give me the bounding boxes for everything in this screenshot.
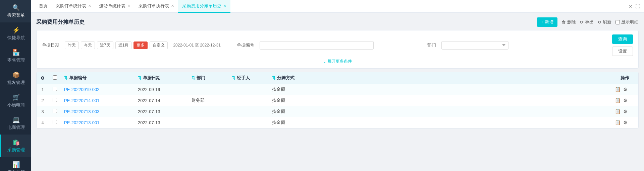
col-handler-label: 经手人 xyxy=(237,75,250,80)
col-handler: ⇅ 经手人 xyxy=(228,72,269,84)
table-head: ⚙ ⇅ 单据编号 ⇅ 单据日期 ⇅ 部门 xyxy=(37,72,638,84)
sidebar: 🔍 搜索菜单 ⚡ 快捷导航 🏪 零售管理 📦 批发管理 🛒 小畅电商 💻 电商管… xyxy=(0,0,31,171)
col-doc-no-sort-icon[interactable]: ⇅ xyxy=(64,75,68,80)
doc-no-link[interactable]: PE-20220714-001 xyxy=(64,98,100,103)
row-edit-icon[interactable]: 📋 xyxy=(615,120,621,125)
tab-inbound-stats-close[interactable]: ✕ xyxy=(127,4,130,8)
row-select-checkbox[interactable] xyxy=(53,98,57,102)
date-btn-more[interactable]: 更多 xyxy=(133,41,148,49)
sidebar-item-label: 批发管理 xyxy=(7,80,25,85)
col-date-label: 单据日期 xyxy=(143,75,160,80)
date-btn-7days[interactable]: 近7天 xyxy=(97,41,113,49)
row-checkbox[interactable] xyxy=(49,84,61,95)
row-select-checkbox[interactable] xyxy=(53,109,57,113)
show-cols-toggle[interactable]: 显示明细 xyxy=(615,19,639,25)
row-checkbox[interactable] xyxy=(49,117,61,128)
row-doc-no: PE-20220713-003 xyxy=(61,106,135,117)
sidebar-item-search[interactable]: 🔍 搜索菜单 xyxy=(0,0,31,22)
col-dept-label: 部门 xyxy=(197,75,205,80)
doc-no-input[interactable] xyxy=(260,41,374,50)
refresh-label: 刷新 xyxy=(603,19,611,25)
data-table-wrap: ⚙ ⇅ 单据编号 ⇅ 单据日期 ⇅ 部门 xyxy=(36,72,639,129)
filter-row-1: 单据日期 昨天 今天 近7天 近1月 更多 自定义 2022-01-01 至 2… xyxy=(42,34,633,56)
doc-no-link[interactable]: PE-20220713-003 xyxy=(64,109,100,114)
row-handler xyxy=(228,117,269,128)
row-method: 按金额 xyxy=(269,106,611,117)
row-select-checkbox[interactable] xyxy=(53,120,57,124)
row-more-icon[interactable]: ⚙ xyxy=(623,98,628,103)
col-settings-icon[interactable]: ⚙ xyxy=(37,72,49,84)
doc-no-link[interactable]: PE-20220713-001 xyxy=(64,120,100,125)
settings-button[interactable]: 设置 xyxy=(612,47,633,56)
query-button[interactable]: 查询 xyxy=(612,34,633,44)
table-row: 1 PE-20220919-002 2022-09-19 按金额 📋 ⚙ xyxy=(37,84,638,95)
row-more-icon[interactable]: ⚙ xyxy=(623,120,628,125)
tab-home[interactable]: 首页 xyxy=(35,0,52,13)
row-handler xyxy=(228,95,269,106)
tab-purchase-order-exec[interactable]: 采购订单执行表 ✕ xyxy=(135,0,178,13)
date-btn-yesterday[interactable]: 昨天 xyxy=(65,41,79,49)
sidebar-item-wholesale[interactable]: 📦 批发管理 xyxy=(0,67,31,90)
row-num: 2 xyxy=(37,95,49,106)
export-button[interactable]: ⟳ 导出 xyxy=(580,19,594,25)
row-checkbox[interactable] xyxy=(49,95,61,106)
refresh-icon: ↻ xyxy=(598,20,601,25)
sidebar-item-ecomm[interactable]: 💻 电商管理 xyxy=(0,112,31,135)
row-checkbox[interactable] xyxy=(49,106,61,117)
add-button[interactable]: + 新增 xyxy=(537,17,557,27)
tab-purchase-cost-history[interactable]: 采购费用分摊单历史 ✕ xyxy=(178,0,230,13)
tab-purchase-cost-history-close[interactable]: ✕ xyxy=(223,4,226,8)
sidebar-item-label: 电商管理 xyxy=(7,125,25,130)
refresh-button[interactable]: ↻ 刷新 xyxy=(598,19,611,25)
row-date: 2022-07-13 xyxy=(135,117,188,128)
data-table: ⚙ ⇅ 单据编号 ⇅ 单据日期 ⇅ 部门 xyxy=(37,72,638,128)
row-num: 4 xyxy=(37,117,49,128)
col-handler-sort-icon[interactable]: ⇅ xyxy=(232,75,235,80)
row-num: 1 xyxy=(37,84,49,95)
row-edit-icon[interactable]: 📋 xyxy=(615,109,621,114)
col-dept-sort-icon[interactable]: ⇅ xyxy=(192,75,195,80)
row-doc-no: PE-20220919-002 xyxy=(61,84,135,95)
table-row: 2 PE-20220714-001 2022-07-14 财务部 按金额 📋 ⚙ xyxy=(37,95,638,106)
sidebar-item-label: 采购管理 xyxy=(7,147,25,152)
tab-home-label: 首页 xyxy=(39,3,48,9)
dept-select[interactable]: 财务部 xyxy=(441,41,508,50)
sidebar-item-retail[interactable]: 🏪 零售管理 xyxy=(0,45,31,67)
col-checkbox-header[interactable] xyxy=(49,72,61,84)
table-header-row: ⚙ ⇅ 单据编号 ⇅ 单据日期 ⇅ 部门 xyxy=(37,72,638,84)
date-btn-1month[interactable]: 近1月 xyxy=(115,41,132,49)
fullscreen-icon[interactable]: ⛶ xyxy=(635,4,640,9)
tab-purchase-order-stats-close[interactable]: ✕ xyxy=(88,4,91,8)
sidebar-item-purchase[interactable]: 🛍️ 采购管理 xyxy=(0,135,31,157)
expand-icon: ⌄ xyxy=(323,59,326,64)
select-all-checkbox[interactable] xyxy=(53,75,57,80)
delete-icon: 🗑 xyxy=(561,20,566,25)
wholesale-icon: 📦 xyxy=(1,71,31,79)
close-all-tabs-icon[interactable]: ✕ xyxy=(629,4,633,9)
sidebar-item-quicknav[interactable]: ⚡ 快捷导航 xyxy=(0,22,31,45)
date-filter-btns: 昨天 今天 近7天 近1月 更多 自定义 xyxy=(65,41,168,49)
col-method-label: 分摊方式 xyxy=(277,75,294,80)
row-select-checkbox[interactable] xyxy=(53,87,57,91)
sidebar-item-inventory[interactable]: 📊 库存核算 xyxy=(0,157,31,171)
tab-purchase-order-exec-label: 采购订单执行表 xyxy=(139,3,169,9)
row-edit-icon[interactable]: 📋 xyxy=(615,87,621,92)
row-edit-icon[interactable]: 📋 xyxy=(615,98,621,103)
delete-button[interactable]: 🗑 删除 xyxy=(561,19,576,25)
doc-no-link[interactable]: PE-20220919-002 xyxy=(64,87,100,92)
date-btn-custom[interactable]: 自定义 xyxy=(150,41,168,49)
tab-purchase-order-stats[interactable]: 采购订单统计表 ✕ xyxy=(52,0,95,13)
sidebar-item-ecommsmall[interactable]: 🛒 小畅电商 xyxy=(0,90,31,112)
col-date-sort-icon[interactable]: ⇅ xyxy=(138,75,142,80)
expand-more-btn[interactable]: ⌄ 展开更多条件 xyxy=(317,59,358,64)
date-btn-today[interactable]: 今天 xyxy=(81,41,95,49)
col-method-sort-icon[interactable]: ⇅ xyxy=(272,75,276,80)
date-range-display: 2022-01-01 至 2022-12-31 xyxy=(173,42,220,48)
tab-purchase-order-exec-close[interactable]: ✕ xyxy=(171,4,174,8)
tab-inbound-stats[interactable]: 进货单统计表 ✕ xyxy=(95,0,135,13)
row-more-icon[interactable]: ⚙ xyxy=(623,87,628,92)
row-more-icon[interactable]: ⚙ xyxy=(623,109,628,114)
doc-no-field xyxy=(260,41,422,50)
show-cols-checkbox[interactable] xyxy=(615,20,620,24)
ecomm-icon: 💻 xyxy=(1,116,31,123)
